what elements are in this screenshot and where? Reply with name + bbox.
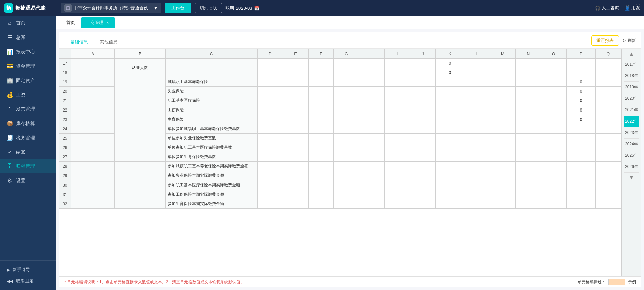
cell-11-15[interactable] (465, 199, 490, 209)
cell-11-5[interactable] (465, 105, 490, 115)
cell-8-15[interactable] (385, 199, 410, 209)
cell-5-14[interactable] (308, 190, 334, 199)
cell-14-7[interactable] (541, 124, 567, 134)
cell-b-0[interactable]: 从业人数 (114, 59, 165, 77)
cell-8-4[interactable] (385, 96, 410, 105)
cell-q-9[interactable] (595, 143, 621, 152)
year-item-2021年[interactable]: 2021年 (624, 104, 639, 116)
year-item-2020年[interactable]: 2020年 (624, 93, 639, 104)
cell-13-5[interactable] (516, 105, 541, 115)
cell-c-10[interactable]: 单位参加生育保险缴费基数 (165, 152, 257, 162)
cell-7-13[interactable] (359, 180, 385, 190)
cell-8-10[interactable] (385, 152, 410, 162)
cell-5-12[interactable] (308, 171, 334, 180)
sidebar-item-funds[interactable]: 💳 资金管理 (0, 59, 56, 73)
cell-12-10[interactable] (490, 152, 516, 162)
sidebar-item-salary[interactable]: 💰 工资 (0, 88, 56, 102)
cell-p-1[interactable] (567, 68, 596, 77)
cell-9-15[interactable] (410, 199, 436, 209)
cell-13-9[interactable] (516, 143, 541, 152)
sidebar-item-inventory[interactable]: 📦 库存核算 (0, 116, 56, 131)
sub-tab-basic[interactable]: 基础信息 (64, 36, 94, 48)
cell-6-1[interactable] (334, 68, 359, 77)
old-ver-button[interactable]: 切到旧版 (195, 3, 222, 13)
reset-report-button[interactable]: 重置报表 (591, 35, 619, 46)
sidebar-item-unpin[interactable]: ◀◀ 取消固定 (0, 275, 56, 287)
cell-7-1[interactable] (359, 68, 385, 77)
cell-3-15[interactable] (257, 199, 283, 209)
cell-5-11[interactable] (308, 162, 334, 171)
cell-q-10[interactable] (595, 152, 621, 162)
cell-9-6[interactable] (410, 115, 436, 124)
cell-12-8[interactable] (490, 134, 516, 143)
workbench-button[interactable]: 工作台 (165, 3, 191, 13)
cell-q-2[interactable] (595, 77, 621, 87)
cell-9-11[interactable] (410, 162, 436, 171)
cell-6-14[interactable] (334, 190, 359, 199)
cell-7-0[interactable] (359, 59, 385, 68)
cell-6-15[interactable] (334, 199, 359, 209)
cell-c-7[interactable]: 单位参加城镇职工基本养老保险缴费基数 (165, 124, 257, 134)
cell-4-9[interactable] (283, 143, 308, 152)
cell-11-3[interactable] (465, 87, 490, 96)
sidebar-item-tax[interactable]: 🧾 税务管理 (0, 131, 56, 145)
cell-3-5[interactable] (257, 105, 283, 115)
cell-a-8[interactable] (71, 134, 114, 143)
cell-p-10[interactable] (567, 152, 596, 162)
tab-close-icon[interactable]: × (105, 20, 110, 25)
cell-6-11[interactable] (334, 162, 359, 171)
cell-4-0[interactable] (283, 59, 308, 68)
cell-12-12[interactable] (490, 171, 516, 180)
cell-k-6[interactable] (435, 115, 465, 124)
cell-5-4[interactable] (308, 96, 334, 105)
cell-a-15[interactable] (71, 199, 114, 209)
cell-b-7[interactable] (114, 124, 165, 162)
cell-13-10[interactable] (516, 152, 541, 162)
cell-14-13[interactable] (541, 180, 567, 190)
cell-9-13[interactable] (410, 180, 436, 190)
cell-p-12[interactable] (567, 171, 596, 180)
year-item-2023年[interactable]: 2023年 (624, 127, 639, 139)
cell-12-7[interactable] (490, 124, 516, 134)
cell-4-6[interactable] (283, 115, 308, 124)
sidebar-item-closing[interactable]: ✓ 结账 (0, 145, 56, 159)
cell-4-3[interactable] (283, 87, 308, 96)
cell-9-0[interactable] (410, 59, 436, 68)
cell-11-2[interactable] (465, 77, 490, 87)
cell-c-13[interactable]: 参加职工基本医疗保险本期实际缴费金额 (165, 180, 257, 190)
year-item-2024年[interactable]: 2024年 (624, 139, 639, 150)
sub-tab-other[interactable]: 其他信息 (94, 36, 123, 48)
company-selector[interactable]: 中审众环会计师事务所（特殊普通合伙... ▼ (61, 3, 161, 13)
cell-13-11[interactable] (516, 162, 541, 171)
cell-3-4[interactable] (257, 96, 283, 105)
cell-a-5[interactable] (71, 105, 114, 115)
cell-a-9[interactable] (71, 143, 114, 152)
cell-k-0[interactable]: 0 (435, 59, 465, 68)
cell-14-1[interactable] (541, 68, 567, 77)
cell-a-2[interactable] (71, 77, 114, 87)
cell-3-3[interactable] (257, 87, 283, 96)
cell-c-2[interactable]: 城镇职工基本养老保险 (165, 77, 257, 87)
cell-c-15[interactable]: 参加生育保险本期实际缴费金额 (165, 199, 257, 209)
sidebar-item-guide[interactable]: ▶ 新手引导 (0, 264, 56, 275)
cell-12-4[interactable] (490, 96, 516, 105)
cell-9-12[interactable] (410, 171, 436, 180)
cell-c-6[interactable]: 生育保险 (165, 115, 257, 124)
cell-a-13[interactable] (71, 180, 114, 190)
cell-k-14[interactable] (435, 190, 465, 199)
cell-7-15[interactable] (359, 199, 385, 209)
cell-12-6[interactable] (490, 115, 516, 124)
cell-4-4[interactable] (283, 96, 308, 105)
cell-8-1[interactable] (385, 68, 410, 77)
cell-5-8[interactable] (308, 134, 334, 143)
cell-a-0[interactable] (71, 59, 114, 68)
cell-5-2[interactable] (308, 77, 334, 87)
cell-9-5[interactable] (410, 105, 436, 115)
cell-p-15[interactable] (567, 199, 596, 209)
cell-6-0[interactable] (334, 59, 359, 68)
year-nav-down[interactable]: ▼ (622, 173, 641, 183)
cell-11-6[interactable] (465, 115, 490, 124)
cell-9-8[interactable] (410, 134, 436, 143)
cell-p-11[interactable] (567, 162, 596, 171)
cell-14-6[interactable] (541, 115, 567, 124)
